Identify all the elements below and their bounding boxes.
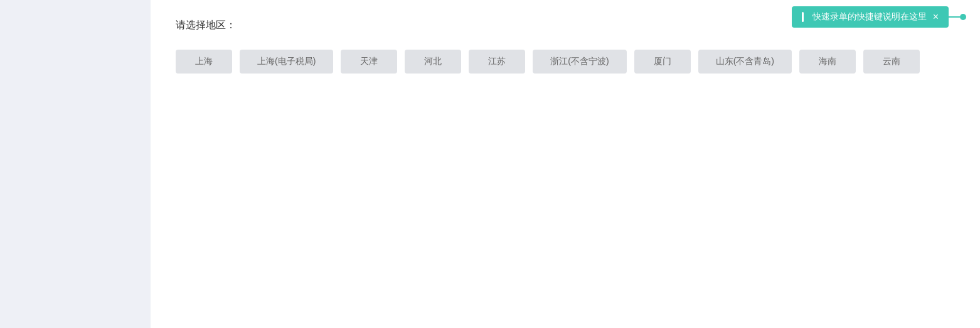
- region-button-tianjin[interactable]: 天津: [341, 50, 397, 74]
- region-button-shanghai-etax[interactable]: 上海(电子税局): [240, 50, 333, 74]
- region-button-hainan[interactable]: 海南: [799, 50, 856, 74]
- region-button-xiamen[interactable]: 厦门: [634, 50, 691, 74]
- region-button-jiangsu[interactable]: 江苏: [469, 50, 525, 74]
- tooltip-line: [949, 16, 960, 18]
- region-button-hebei[interactable]: 河北: [405, 50, 461, 74]
- region-button-zhejiang[interactable]: 浙江(不含宁波): [533, 50, 626, 74]
- region-button-yunnan[interactable]: 云南: [863, 50, 920, 74]
- tooltip-dot: [960, 14, 966, 20]
- main-content: 请选择地区： 上海上海(电子税局)天津河北江苏浙江(不含宁波)厦门山东(不含青岛…: [151, 0, 980, 328]
- region-button-shandong[interactable]: 山东(不含青岛): [698, 50, 792, 74]
- tooltip-close-button[interactable]: ×: [933, 12, 939, 22]
- region-grid: 上海上海(电子税局)天津河北江苏浙江(不含宁波)厦门山东(不含青岛)海南云南: [176, 50, 955, 74]
- tooltip-text: 快速录单的快捷键说明在这里: [812, 11, 927, 23]
- left-sidebar: [0, 0, 151, 328]
- tooltip-banner: 快速录单的快捷键说明在这里 ×: [792, 6, 949, 28]
- region-button-shanghai[interactable]: 上海: [176, 50, 232, 74]
